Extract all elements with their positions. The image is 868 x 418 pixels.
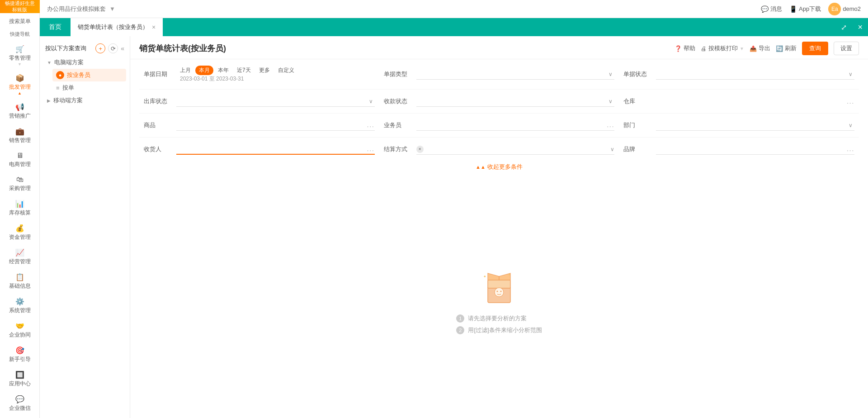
date-tab-last-month[interactable]: 上月 [176,66,194,75]
close-window-btn[interactable]: × [852,23,868,32]
consignee-dots[interactable]: ... [367,146,375,152]
avatar: Ea [828,3,841,15]
apps-icon: 🔲 [15,370,24,379]
sidebar-item-system[interactable]: ⚙️ 系统管理 [0,294,39,318]
filter-cell-paystatus: 收款状态 ∨ [379,94,619,109]
chevron-icon: ▲ [18,91,22,95]
sidebar-item-apps[interactable]: 🔲 应用中心 [0,367,39,391]
tree-mobile-group[interactable]: ▶ 移动端方案 [43,94,126,107]
username-label: demo2 [843,5,861,12]
refresh-scheme-btn[interactable]: ⟳ [108,43,118,53]
filter-cell-salesperson: 业务员 ... [379,118,619,133]
brand-dots[interactable]: ... [847,146,854,152]
print-btn[interactable]: 🖨 按模板打印 ▼ [701,44,744,52]
dropdown-arrow-icon[interactable]: ▼ [109,5,115,12]
svg-point-3 [497,291,498,292]
sidebar: 畅捷通好生意 标账版 搜索菜单 快捷导航 🛒 零售管理 ▼ 📦 批发管理 ▲ 📢… [0,0,40,418]
sidebar-item-member[interactable]: 👥 畅会员 [0,416,39,418]
date-tab-this-month[interactable]: 本月 [195,66,213,75]
date-label: 单据日期 [144,70,176,78]
empty-tips: 1 请先选择要分析的方案 2 用[过滤]条件来缩小分析范围 [456,314,542,334]
dept-dropdown[interactable]: ∨ [656,120,854,131]
sidebar-item-label: 新手引导 [9,356,31,363]
tab-sales-stat[interactable]: 销货单统计表（按业务员） × [71,18,163,36]
tree-desktop-label: 电脑端方案 [54,58,84,66]
settlement-clear-btn[interactable]: × [416,146,424,153]
sidebar-item-ecom[interactable]: 🖥 电商管理 [0,148,39,172]
warehouse-dots[interactable]: ... [847,98,854,105]
goods-dots[interactable]: ... [367,122,375,128]
date-tab-more[interactable]: 更多 [255,66,274,75]
sidebar-item-label: 企业微信 [9,404,31,412]
salesperson-dots[interactable]: ... [607,122,614,128]
tree-expand-icon: ▼ [47,60,52,65]
warehouse-control: ... [656,98,854,105]
help-btn[interactable]: ❓ 帮助 [675,44,695,52]
refresh-btn[interactable]: 🔄 刷新 [776,44,797,52]
search-menu[interactable]: 搜索菜单 [0,13,39,28]
tip-text-1: 请先选择要分析的方案 [468,314,527,323]
sidebar-item-corp[interactable]: 🤝 企业协同 [0,318,39,342]
tree-item-by-salesperson[interactable]: ● 按业务员 [52,69,126,81]
sidebar-item-marketing[interactable]: 📢 营销推广 [0,99,39,124]
empty-tip-2: 2 用[过滤]条件来缩小分析范围 [456,326,542,334]
empty-tip-1: 1 请先选择要分析的方案 [456,314,542,323]
sidebar-item-label: 资金管理 [9,233,31,241]
collapse-panel-btn[interactable]: « [121,45,124,52]
left-panel: 按以下方案查询 + ⟳ « ▼ 电脑端方案 ● 按业务员 [40,36,130,418]
filter-cell-warehouse: 仓库 ... [619,94,859,109]
goods-label: 商品 [144,121,176,129]
sidebar-item-wholesale[interactable]: 📦 批发管理 ▲ [0,70,39,99]
quick-nav[interactable]: 快捷导航 [0,28,39,39]
outstatus-dropdown[interactable]: ∨ [176,96,375,107]
docstatus-dropdown[interactable]: ∨ [656,69,854,80]
dept-arrow-icon: ∨ [849,122,853,128]
export-label: 导出 [759,44,770,52]
sales-icon: 💼 [15,127,24,136]
date-tab-7days[interactable]: 近7天 [233,66,255,75]
inventory-icon: 📊 [15,200,24,208]
tree-item-by-order[interactable]: ≡ 按单 [52,81,126,94]
sidebar-item-finance[interactable]: 💰 资金管理 [0,220,39,245]
sidebar-item-operations[interactable]: 📈 经营管理 [0,245,39,269]
date-tabs: 上月 本月 本年 近7天 更多 自定义 [176,66,375,75]
app-title: 办公用品行业模拟账套 [47,5,106,13]
paystatus-dropdown[interactable]: ∨ [416,96,615,107]
tree-desktop-group[interactable]: ▼ 电脑端方案 [43,56,126,69]
settings-btn[interactable]: 设置 [834,42,859,55]
add-scheme-btn[interactable]: + [95,43,105,53]
app-download-btn[interactable]: 📱 App下载 [789,5,821,13]
date-tab-this-year[interactable]: 本年 [214,66,232,75]
sidebar-item-label: 电商管理 [9,161,31,168]
filter-cell-settlement: 结算方式 × ∨ [379,142,619,157]
export-btn[interactable]: 📤 导出 [750,44,770,52]
settlement-arrow-icon: ∨ [610,146,614,152]
consignee-label: 收货人 [144,145,176,153]
filter-cell-outstatus: 出库状态 ∨ [139,94,379,109]
message-btn[interactable]: 💬 消息 [761,5,782,13]
download-icon: 📱 [789,5,797,13]
sidebar-item-wechat[interactable]: 💬 企业微信 [0,391,39,416]
sidebar-item-label: 批发管理 [9,83,31,91]
maximize-btn[interactable]: ⤢ [835,23,852,32]
message-label: 消息 [770,5,782,13]
collapse-filter-btn[interactable]: ▲▲ 收起更多条件 [139,160,859,174]
sidebar-item-sales[interactable]: 💼 销售管理 [0,124,39,148]
dept-label: 部门 [623,121,656,129]
content-area: 按以下方案查询 + ⟳ « ▼ 电脑端方案 ● 按业务员 [40,36,868,418]
sidebar-item-newbie[interactable]: 🎯 新手引导 [0,342,39,367]
tab-close-icon[interactable]: × [152,24,156,31]
sidebar-item-basic[interactable]: 📋 基础信息 [0,269,39,294]
user-menu[interactable]: Ea demo2 [828,3,861,15]
sidebar-item-inventory[interactable]: 📊 库存核算 [0,196,39,220]
sidebar-item-purchase[interactable]: 🛍 采购管理 [0,172,39,196]
doctype-dropdown[interactable]: ∨ [416,69,615,80]
sidebar-item-label: 营销推广 [9,112,31,120]
date-tab-custom[interactable]: 自定义 [274,66,298,75]
query-btn[interactable]: 查询 [802,42,828,55]
filter-cell-doctype: 单据类型 ∨ [379,64,619,85]
sidebar-item-retail[interactable]: 🛒 零售管理 ▼ [0,41,39,70]
settlement-control: × ∨ [416,144,615,155]
empty-state: ✦ ✦ 1 请先选择要分析的方案 2 用[过滤]条件来缩小分析范围 [130,178,868,418]
tab-home[interactable]: 首页 [40,18,71,36]
